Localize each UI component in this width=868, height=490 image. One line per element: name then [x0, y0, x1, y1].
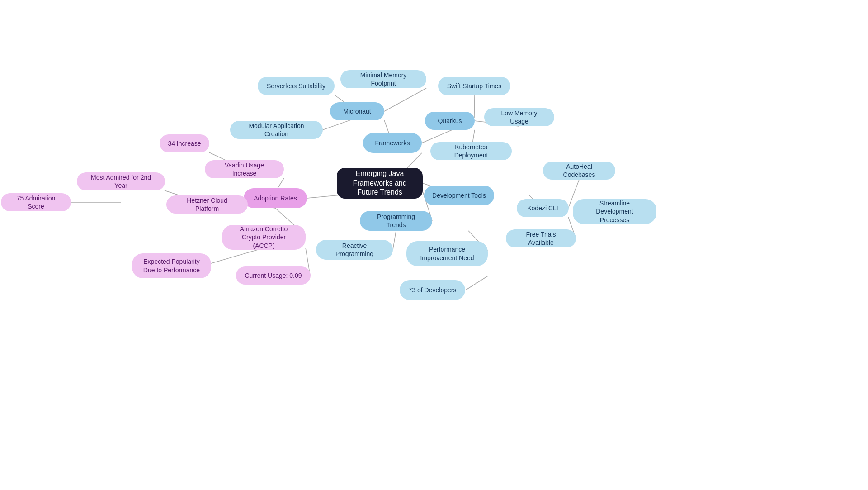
- serverless-suitability-node: Serverless Suitability: [258, 77, 335, 95]
- current-usage-node: Current Usage: 0.09: [236, 266, 311, 285]
- vaadin-usage-increase-node: Vaadin Usage Increase: [205, 160, 284, 178]
- 34-increase-node: 34 Increase: [160, 134, 209, 152]
- amazon-corretto-node: Amazon Corretto Crypto Provider (ACCP): [222, 225, 306, 250]
- svg-line-2: [422, 130, 452, 143]
- kubernetes-deployment-node: Kubernetes Deployment: [430, 142, 512, 160]
- swift-startup-times-node: Swift Startup Times: [438, 77, 510, 95]
- development-tools-node: Development Tools: [424, 186, 494, 205]
- programming-trends-node: Programming Trends: [360, 211, 432, 231]
- admiration-score-node: 75 Admiration Score: [1, 193, 71, 211]
- minimal-memory-footprint-node: Minimal Memory Footprint: [340, 70, 426, 88]
- center-node: Emerging Java Frameworks and Future Tren…: [337, 168, 423, 199]
- free-trials-node: Free Trials Available: [506, 229, 576, 247]
- svg-line-5: [384, 88, 426, 111]
- micronaut-node: Micronaut: [330, 102, 384, 120]
- svg-line-21: [466, 276, 488, 290]
- reactive-programming-node: Reactive Programming: [316, 240, 393, 260]
- low-memory-usage-node: Low Memory Usage: [484, 108, 554, 126]
- autoheal-codebases-node: AutoHeal Codebases: [543, 162, 615, 180]
- most-admired-node: Most Admired for 2nd Year: [77, 172, 165, 190]
- frameworks-node: Frameworks: [363, 133, 422, 153]
- modular-app-creation-node: Modular Application Creation: [230, 121, 323, 139]
- svg-line-17: [211, 248, 264, 263]
- performance-improvement-node: Performance Improvement Need: [406, 241, 488, 266]
- kodezi-cli-node: Kodezi CLI: [517, 199, 569, 217]
- streamline-development-node: Streamline Development Processes: [573, 199, 656, 224]
- svg-line-6: [474, 95, 475, 118]
- adoption-rates-node: Adoption Rates: [244, 188, 307, 208]
- 73-developers-node: 73 of Developers: [400, 280, 465, 300]
- hetzner-cloud-platform-node: Hetzner Cloud Platform: [166, 195, 248, 214]
- expected-popularity-node: Expected Popularity Due to Performance: [132, 253, 211, 278]
- quarkus-node: Quarkus: [425, 112, 475, 130]
- svg-line-19: [393, 231, 396, 250]
